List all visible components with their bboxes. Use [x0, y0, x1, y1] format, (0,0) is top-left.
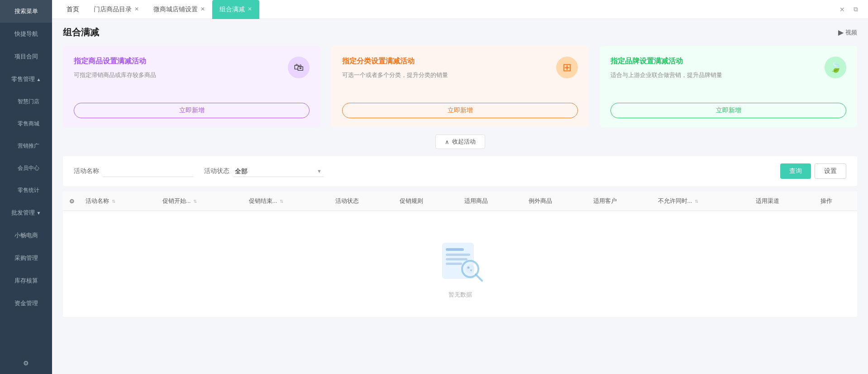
svg-point-7: [466, 264, 475, 273]
sidebar-item-wholesale-mgmt[interactable]: 批发管理 ▼: [0, 201, 52, 224]
card-category: ⊞ 指定分类设置满减活动 可选一个或者多个分类，提升分类的销量 立即新增: [331, 46, 589, 127]
sidebar-item-smart-store[interactable]: 智慧门店: [0, 91, 52, 113]
bag-icon: 🛍: [294, 62, 304, 73]
activity-table: ⚙ 活动名称 ⇅ 促销开始... ⇅ 促销结束... ⇅: [63, 192, 857, 211]
col-rule-header: 促销规则: [395, 192, 460, 211]
activity-status-label: 活动状态: [204, 167, 229, 175]
sidebar-item-search-menu[interactable]: 搜索菜单: [0, 0, 52, 23]
page-title: 组合满减: [63, 26, 99, 38]
activity-cards: 🛍 指定商品设置满减活动 可指定滞销商品或库存较多商品 立即新增 ⊞ 指定分类设…: [63, 46, 857, 127]
card-category-icon: ⊞: [556, 57, 578, 78]
main-area: 首页 门店商品目录 ✕ 微商城店铺设置 ✕ 组合满减 ✕ ✕ ⧉ 组合满减 ▶ …: [52, 0, 868, 374]
svg-point-8: [467, 267, 469, 269]
sidebar-item-ecommerce[interactable]: 小畅电商: [0, 224, 52, 247]
card-brand-icon: 🍃: [825, 57, 846, 78]
collapse-button[interactable]: ∧ 收起活动: [435, 134, 485, 149]
col-settings[interactable]: ⚙: [63, 192, 81, 211]
leaf-icon: 🍃: [830, 62, 842, 73]
collapse-bar: ∧ 收起活动: [63, 134, 857, 149]
activity-status-field: 活动状态 全部进行中未开始已结束 ▼: [204, 166, 324, 177]
page-content: 组合满减 ▶ 视频 🛍 指定商品设置满减活动 可指定滞销商品或库存较多商品 立即…: [52, 19, 868, 374]
col-goods-header: 适用商品: [460, 192, 525, 211]
activity-status-select[interactable]: 全部进行中未开始已结束: [233, 166, 324, 177]
card-category-add-button[interactable]: 立即新增: [342, 103, 578, 118]
sidebar-item-quick-nav[interactable]: 快捷导航: [0, 23, 52, 45]
sidebar-settings[interactable]: ⚙: [0, 352, 52, 374]
empty-text: 暂无数据: [63, 291, 857, 299]
sort-icon-name: ⇅: [112, 199, 115, 204]
card-goods-title: 指定商品设置满减活动: [74, 57, 310, 66]
window-controls: ✕ ⧉: [837, 5, 861, 14]
card-goods-icon: 🛍: [288, 57, 310, 78]
svg-line-6: [476, 274, 482, 281]
sidebar-item-inventory[interactable]: 库存核算: [0, 269, 52, 292]
tabs-bar: 首页 门店商品目录 ✕ 微商城店铺设置 ✕ 组合满减 ✕ ✕ ⧉: [52, 0, 868, 19]
card-brand-desc: 适合与上游企业联合做营销，提升品牌销量: [610, 71, 846, 96]
table-header-row: ⚙ 活动名称 ⇅ 促销开始... ⇅ 促销结束... ⇅: [63, 192, 857, 211]
tab-shop-settings[interactable]: 微商城店铺设置 ✕: [146, 0, 212, 19]
sidebar-item-finance[interactable]: 资金管理: [0, 292, 52, 315]
tab-home[interactable]: 首页: [59, 0, 86, 19]
close-tab-shop-settings[interactable]: ✕: [200, 0, 205, 19]
col-channel-header: 适用渠道: [751, 192, 816, 211]
sidebar-item-retail-stats[interactable]: 零售统计: [0, 179, 52, 201]
card-brand-title: 指定品牌设置满减活动: [610, 57, 846, 66]
card-goods: 🛍 指定商品设置满减活动 可指定滞销商品或库存较多商品 立即新增: [63, 46, 320, 127]
sidebar-item-marketing[interactable]: 营销推广: [0, 135, 52, 157]
svg-point-9: [470, 269, 472, 271]
tab-combo-discount[interactable]: 组合满减 ✕: [212, 0, 259, 19]
maximize-button[interactable]: ⧉: [851, 5, 861, 14]
col-no-concurrent-header[interactable]: 不允许同时... ⇅: [653, 192, 752, 211]
svg-rect-3: [446, 258, 467, 260]
play-icon: ▶: [838, 28, 844, 37]
restore-button[interactable]: ✕: [837, 5, 847, 14]
wholesale-mgmt-arrow: ▼: [37, 211, 41, 216]
col-action-header: 操作: [816, 192, 857, 211]
col-name-header[interactable]: 活动名称 ⇅: [81, 192, 158, 211]
sidebar-item-retail-mgmt[interactable]: 零售管理 ▲: [0, 68, 52, 91]
setting-button[interactable]: 设置: [815, 163, 846, 179]
activity-name-field: 活动名称: [74, 166, 193, 177]
empty-illustration: [433, 238, 487, 283]
search-bar: 活动名称 活动状态 全部进行中未开始已结束 ▼ 查询 设置: [63, 156, 857, 186]
gear-icon: ⚙: [23, 360, 29, 367]
sidebar-item-purchase-mgmt[interactable]: 采购管理: [0, 247, 52, 269]
sidebar-item-member-center[interactable]: 会员中心: [0, 157, 52, 179]
sort-icon-end: ⇅: [280, 199, 283, 204]
card-goods-add-button[interactable]: 立即新增: [74, 103, 310, 118]
card-category-title: 指定分类设置满减活动: [342, 57, 578, 66]
settings-icon: ⚙: [69, 198, 75, 205]
svg-rect-2: [446, 254, 470, 256]
card-category-desc: 可选一个或者多个分类，提升分类的销量: [342, 71, 578, 96]
search-actions: 查询 设置: [780, 163, 846, 179]
close-tab-combo-discount[interactable]: ✕: [248, 0, 252, 19]
sort-icon-no-concurrent: ⇅: [695, 199, 698, 204]
page-header: 组合满减 ▶ 视频: [63, 26, 857, 38]
col-start-header[interactable]: 促销开始... ⇅: [158, 192, 244, 211]
card-brand: 🍃 指定品牌设置满减活动 适合与上游企业联合做营销，提升品牌销量 立即新增: [600, 46, 857, 127]
activity-status-wrapper: 全部进行中未开始已结束 ▼: [233, 166, 324, 177]
retail-mgmt-arrow: ▲: [37, 77, 41, 82]
col-customer-header: 适用客户: [589, 192, 653, 211]
sidebar-item-retail-mall[interactable]: 零售商城: [0, 113, 52, 135]
col-status-header: 活动状态: [331, 192, 396, 211]
empty-state: 暂无数据: [63, 211, 857, 317]
col-end-header[interactable]: 促销结束... ⇅: [244, 192, 331, 211]
svg-rect-1: [446, 248, 464, 251]
chevron-up-icon: ∧: [445, 139, 449, 145]
sidebar: 搜索菜单 快捷导航 项目合同 零售管理 ▲ 智慧门店 零售商城 营销推广 会员中…: [0, 0, 52, 374]
video-link[interactable]: ▶ 视频: [838, 28, 857, 37]
activity-name-input[interactable]: [103, 166, 193, 177]
query-button[interactable]: 查询: [780, 163, 811, 179]
col-exclude-header: 例外商品: [524, 192, 589, 211]
card-brand-add-button[interactable]: 立即新增: [610, 103, 846, 118]
activity-name-label: 活动名称: [74, 167, 99, 175]
sidebar-item-project-contract[interactable]: 项目合同: [0, 45, 52, 68]
card-goods-desc: 可指定滞销商品或库存较多商品: [74, 71, 310, 96]
table-wrapper: ⚙ 活动名称 ⇅ 促销开始... ⇅ 促销结束... ⇅: [63, 192, 857, 317]
close-tab-catalog[interactable]: ✕: [134, 0, 139, 19]
sort-icon-start: ⇅: [193, 199, 197, 204]
tab-catalog[interactable]: 门店商品目录 ✕: [86, 0, 146, 19]
grid-icon: ⊞: [563, 61, 572, 74]
svg-rect-4: [446, 263, 462, 265]
